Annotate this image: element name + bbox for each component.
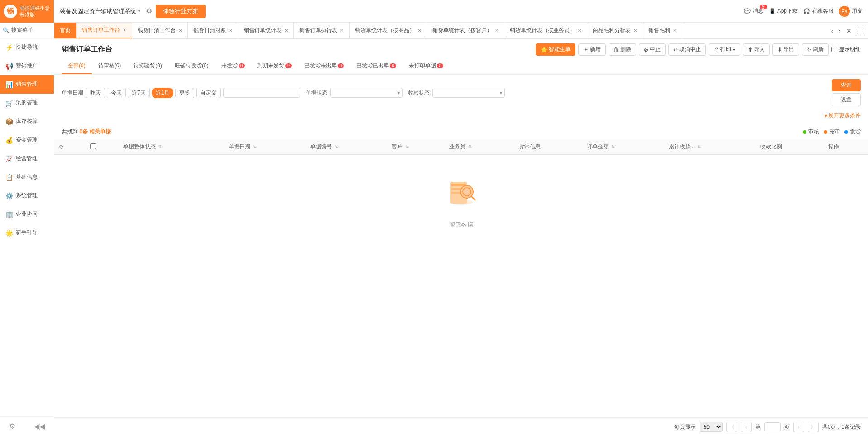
tab-shipment-stats-staff[interactable]: 销货单统计表（按业务员） ✕: [504, 23, 587, 38]
date-btn-last7[interactable]: 近7天: [128, 88, 150, 98]
tab-close-sales-profit[interactable]: ✕: [673, 28, 676, 33]
tab-close-all-btn[interactable]: ✕: [844, 26, 854, 35]
tab-scroll-right-btn[interactable]: ›: [837, 26, 843, 35]
page-size-select[interactable]: 50 100 200: [700, 422, 723, 432]
import-btn[interactable]: ⬆ 导入: [743, 43, 770, 56]
page-number-input[interactable]: 1: [764, 422, 781, 431]
tab-gross-profit[interactable]: 商品毛利分析表 ✕: [587, 23, 643, 38]
stop-icon: ⊘: [644, 47, 648, 53]
print-btn[interactable]: 🖨 打印 ▾: [709, 43, 740, 56]
ship-action[interactable]: 发货: [844, 128, 861, 136]
filter-tab-shipped-out[interactable]: 已发货已出库0: [350, 58, 403, 74]
filter-tab-pending-inspect[interactable]: 待拣验货(0): [127, 58, 168, 74]
date-btn-yesterday[interactable]: 昨天: [86, 88, 105, 98]
tab-close-shipment-staff[interactable]: ✕: [578, 28, 581, 33]
tab-close-sales-exec[interactable]: ✕: [340, 28, 344, 33]
add-btn[interactable]: ＋ 新增: [578, 43, 606, 56]
filter-tab-not-printed[interactable]: 未打印单据0: [403, 58, 450, 74]
sort-amount-icon[interactable]: ⇅: [611, 144, 615, 149]
tab-close-sales-workbench[interactable]: ✕: [123, 28, 126, 33]
unreviewed-action[interactable]: 充审: [824, 128, 840, 136]
tab-shipment-stats-customer[interactable]: 销货单统计表（按客户） ✕: [427, 23, 504, 38]
tab-close-shipment-product[interactable]: ✕: [417, 28, 421, 33]
page-first-btn[interactable]: 《: [726, 422, 737, 432]
date-btn-custom[interactable]: 自定义: [196, 88, 221, 98]
query-btn[interactable]: 查询: [832, 79, 861, 91]
filter-tab-pending-review[interactable]: 待审核(0): [92, 58, 128, 74]
status-select[interactable]: [330, 88, 403, 98]
page-last-btn[interactable]: 》: [808, 422, 819, 432]
date-btn-today[interactable]: 今天: [107, 88, 126, 98]
cancel-stop-btn[interactable]: ↩ 取消中止: [668, 43, 706, 56]
sidebar-item-quick-nav[interactable]: ⚡ 快捷导航: [0, 38, 54, 57]
trial-btn[interactable]: 体验行业方案: [156, 5, 206, 18]
sidebar-item-base-info[interactable]: 📋 基础信息: [0, 168, 54, 186]
smart-btn[interactable]: ⭐ 智能生单: [536, 43, 575, 56]
page-next-btn[interactable]: ›: [793, 422, 804, 432]
sidebar-item-finance[interactable]: 💰 资金管理: [0, 131, 54, 149]
tab-close-cash-reconcile[interactable]: ✕: [229, 28, 232, 33]
show-detail-checkbox[interactable]: [831, 47, 837, 52]
sidebar-item-inventory[interactable]: 📦 库存核算: [0, 112, 54, 131]
tab-cash-daily[interactable]: 钱货日清工作台 ✕: [132, 23, 188, 38]
sort-date-icon[interactable]: ⇅: [253, 144, 256, 149]
sidebar-item-system[interactable]: ⚙️ 系统管理: [0, 186, 54, 205]
tab-sales-stats[interactable]: 销售订单统计表 ✕: [238, 23, 294, 38]
review-action[interactable]: 审核: [803, 128, 819, 136]
tab-cash-reconcile[interactable]: 钱货日清对账 ✕: [188, 23, 238, 38]
user-menu[interactable]: Ea 用友: [839, 6, 863, 17]
tab-sales-exec[interactable]: 销售订单执行表 ✕: [294, 23, 350, 38]
refresh-btn[interactable]: ↻ 刷新: [802, 43, 829, 56]
sidebar-item-sales[interactable]: 📊 销售管理: [0, 75, 54, 94]
app-download-btn[interactable]: 📱 App下载: [769, 7, 798, 15]
page-prev-btn[interactable]: ‹: [741, 422, 752, 432]
date-range-input[interactable]: 2023-02-24 至 2023-03-24: [223, 88, 300, 98]
sidebar-item-marketing[interactable]: 📢 营销推广: [0, 57, 54, 75]
set-btn[interactable]: 设置: [832, 93, 861, 106]
tab-close-shipment-customer[interactable]: ✕: [495, 28, 499, 33]
tab-close-sales-stats[interactable]: ✕: [284, 28, 288, 33]
sidebar-search[interactable]: 🔍 搜索菜单: [0, 23, 54, 38]
online-service-btn[interactable]: 🎧 在线客服: [803, 7, 834, 15]
tab-scroll-left-btn[interactable]: ‹: [830, 26, 835, 35]
filter-tab-all[interactable]: 全部(0): [62, 58, 92, 74]
tab-sales-workbench[interactable]: 销售订单工作台 ✕: [77, 23, 132, 38]
payment-select[interactable]: [432, 88, 505, 98]
tab-sales-profit[interactable]: 销售毛利 ✕: [643, 23, 682, 38]
filter-tab-wangpu-ship[interactable]: 旺铺待发货(0): [168, 58, 215, 74]
message-btn[interactable]: 💬 消息 6: [744, 7, 763, 15]
sort-number-icon[interactable]: ⇅: [335, 144, 338, 149]
show-detail-toggle[interactable]: 显示明细: [831, 46, 861, 53]
sidebar-footer: ⚙ ◀◀: [0, 416, 54, 436]
cancel-stop-icon: ↩: [673, 47, 678, 53]
filter-tab-shipped-not-out[interactable]: 已发货未出库0: [298, 58, 350, 74]
sort-customer-icon[interactable]: ⇅: [405, 144, 409, 149]
sidebar-item-operations[interactable]: 📈 经营管理: [0, 149, 54, 168]
th-checkbox[interactable]: [86, 139, 119, 155]
topbar-dropdown-icon[interactable]: ▾: [138, 9, 140, 14]
export-btn[interactable]: ⬇ 导出: [772, 43, 799, 56]
stop-btn[interactable]: ⊘ 中止: [639, 43, 666, 56]
filter-tab-overdue[interactable]: 到期未发货0: [251, 58, 298, 74]
sort-status-icon[interactable]: ⇅: [158, 144, 162, 149]
th-gear[interactable]: ⚙: [54, 139, 86, 155]
topbar-gear-icon[interactable]: ⚙: [146, 7, 152, 15]
delete-btn[interactable]: 🗑 删除: [609, 43, 636, 56]
tab-expand-btn[interactable]: ⛶: [855, 26, 865, 35]
tab-home[interactable]: 首页: [54, 23, 77, 38]
tab-shipment-stats-product[interactable]: 销货单统计表（按商品） ✕: [350, 23, 427, 38]
sort-received-icon[interactable]: ⇅: [697, 144, 701, 149]
tab-close-gross-profit[interactable]: ✕: [633, 28, 637, 33]
sort-staff-icon[interactable]: ⇅: [468, 144, 472, 149]
date-btn-last1m[interactable]: 近1月: [152, 88, 174, 98]
sidebar-item-enterprise[interactable]: 🏢 企业协同: [0, 205, 54, 223]
expand-conditions-btn[interactable]: ▾ 展开更多条件: [825, 112, 861, 119]
date-btn-more[interactable]: 更多: [175, 88, 194, 98]
settings-footer-btn[interactable]: ⚙: [7, 420, 17, 432]
sidebar-item-guide[interactable]: 🌟 新手引导: [0, 223, 54, 242]
tab-close-cash-daily[interactable]: ✕: [178, 28, 182, 33]
sidebar-item-purchase[interactable]: 🛒 采购管理: [0, 94, 54, 112]
filter-tab-not-shipped[interactable]: 未发货0: [215, 58, 251, 74]
collapse-footer-btn[interactable]: ◀◀: [32, 420, 47, 432]
select-all-checkbox[interactable]: [90, 143, 96, 149]
